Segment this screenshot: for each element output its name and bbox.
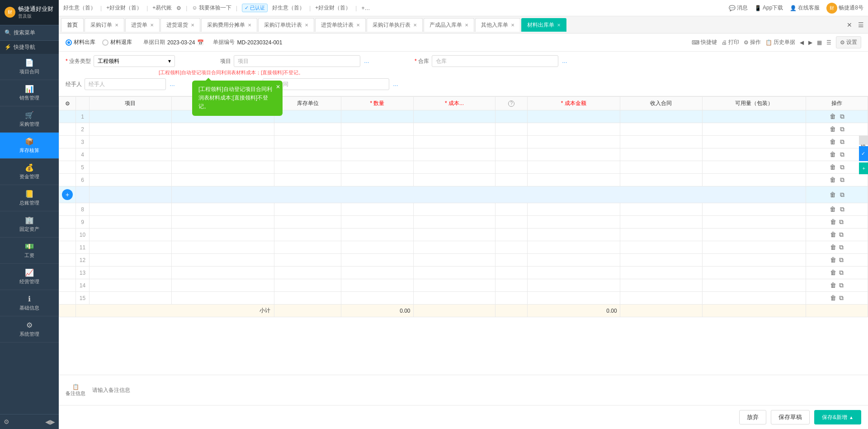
row-3-available[interactable] xyxy=(702,136,806,148)
tab-receive-stats[interactable]: 进货单统计表 ✕ xyxy=(315,18,366,32)
row-12-qty[interactable] xyxy=(341,254,413,267)
row-11-copy-btn[interactable]: ⧉ xyxy=(838,243,845,251)
row-2-copy-btn[interactable]: ⧉ xyxy=(839,125,846,133)
row-10-material[interactable] xyxy=(171,229,274,241)
row-2-cost[interactable] xyxy=(413,123,495,136)
row-5-qty[interactable] xyxy=(341,161,413,174)
row-15-delete-btn[interactable]: 🗑 xyxy=(829,294,838,301)
row-1-contract[interactable] xyxy=(620,110,702,123)
row-12-cost[interactable] xyxy=(413,254,495,267)
row-14-cost[interactable] xyxy=(413,279,495,292)
row-14-available[interactable] xyxy=(702,279,806,292)
row-3-qty[interactable] xyxy=(341,136,413,148)
history-button[interactable]: 📋 历史单据 xyxy=(765,38,795,46)
tab-purchase-expense-close[interactable]: ✕ xyxy=(248,23,251,28)
row-4-unit[interactable] xyxy=(274,148,341,161)
row-10-amount[interactable] xyxy=(528,229,620,241)
row-10-copy-btn[interactable]: ⧉ xyxy=(838,231,845,238)
nav-next-icon[interactable]: ▶ xyxy=(808,39,812,46)
row-9-amount[interactable] xyxy=(528,216,620,229)
row-13-unit[interactable] xyxy=(274,267,341,279)
row-2-material[interactable] xyxy=(171,123,274,136)
row-1-cost[interactable] xyxy=(413,110,495,123)
row-8-delete-btn[interactable]: 🗑 xyxy=(828,205,837,213)
tab-receive-return-close[interactable]: ✕ xyxy=(191,23,194,28)
row-8-material[interactable] xyxy=(171,203,274,216)
row-9-project[interactable] xyxy=(90,216,172,229)
message-button[interactable]: 💬 消息 xyxy=(729,4,748,12)
row-6-project[interactable] xyxy=(90,174,172,186)
settings-icon[interactable]: ⚙ xyxy=(4,418,9,425)
row-10-qty[interactable] xyxy=(341,229,413,241)
row-5-available[interactable] xyxy=(702,161,806,174)
tab-purchase-exec-close[interactable]: ✕ xyxy=(413,23,417,28)
view-card[interactable]: ▦ xyxy=(817,39,822,46)
row-15-material[interactable] xyxy=(171,292,274,305)
row-2-available[interactable] xyxy=(702,123,806,136)
nav-good-business2[interactable]: 好生意（首） xyxy=(272,4,305,12)
nav-settings-icon[interactable]: ⚙ xyxy=(176,5,181,11)
row-5-material[interactable] xyxy=(171,161,274,174)
calendar-icon[interactable]: 📅 xyxy=(197,39,204,46)
row-9-material[interactable] xyxy=(171,216,274,229)
row-9-copy-btn[interactable]: ⧉ xyxy=(838,218,845,225)
row-6-amount[interactable] xyxy=(528,174,620,186)
nav-more[interactable]: +… xyxy=(361,5,370,11)
nav-good-finance2[interactable]: +好业财（首） xyxy=(315,4,351,12)
add-row-empty2[interactable] xyxy=(90,186,172,203)
tab-material-out-close[interactable]: ✕ xyxy=(557,23,561,28)
row-11-cost[interactable] xyxy=(413,241,495,254)
row-14-material[interactable] xyxy=(171,279,274,292)
app-download-button[interactable]: 📱 App下载 xyxy=(755,4,783,12)
row-2-delete-btn[interactable]: 🗑 xyxy=(828,125,837,133)
handler-dots[interactable]: … xyxy=(170,81,175,87)
row-10-project[interactable] xyxy=(90,229,172,241)
row-11-available[interactable] xyxy=(702,241,806,254)
info-icon-header[interactable]: ? xyxy=(495,97,528,110)
sidebar-item-ledger[interactable]: 📒 总账管理 xyxy=(0,185,59,211)
row-1-unit[interactable] xyxy=(274,110,341,123)
add-row-delete[interactable]: 🗑 xyxy=(828,191,837,198)
tab-purchase-exec[interactable]: 采购订单执行表 ✕ xyxy=(367,18,423,32)
row-14-unit[interactable] xyxy=(274,279,341,292)
tab-purchase-order[interactable]: 采购订单 ✕ xyxy=(85,18,124,32)
row-3-cost[interactable] xyxy=(413,136,495,148)
row-8-cost[interactable] xyxy=(413,203,495,216)
row-15-amount[interactable] xyxy=(528,292,620,305)
row-4-qty[interactable] xyxy=(341,148,413,161)
online-service-button[interactable]: 👤 在线客服 xyxy=(790,4,820,12)
sidebar-item-basic[interactable]: ℹ 基础信息 xyxy=(0,290,59,316)
row-3-material[interactable] xyxy=(171,136,274,148)
row-5-cost[interactable] xyxy=(413,161,495,174)
operation-button[interactable]: ⚙ 操作 xyxy=(744,38,761,46)
tab-other-in-close[interactable]: ✕ xyxy=(511,23,514,28)
row-14-delete-btn[interactable]: 🗑 xyxy=(829,281,838,289)
row-13-qty[interactable] xyxy=(341,267,413,279)
row-4-contract[interactable] xyxy=(620,148,702,161)
sidebar-item-project[interactable]: 📄 项目合同 xyxy=(0,54,59,80)
row-6-delete-btn[interactable]: 🗑 xyxy=(828,176,837,183)
tooltip-close[interactable]: ✕ xyxy=(276,83,280,91)
row-15-project[interactable] xyxy=(90,292,172,305)
row-4-project[interactable] xyxy=(90,148,172,161)
save-draft-button[interactable]: 保存草稿 xyxy=(771,410,810,424)
row-15-unit[interactable] xyxy=(274,292,341,305)
row-13-contract[interactable] xyxy=(620,267,702,279)
tab-product-in-close[interactable]: ✕ xyxy=(465,23,468,28)
add-row-button[interactable]: + xyxy=(62,189,73,200)
nav-experience[interactable]: ☺ 我要体验一下 xyxy=(192,4,231,12)
handler-input[interactable]: 经手人 xyxy=(85,78,166,90)
row-4-delete-btn[interactable]: 🗑 xyxy=(828,151,837,158)
tab-receive-close[interactable]: ✕ xyxy=(150,23,154,28)
row-6-qty[interactable] xyxy=(341,174,413,186)
float-green-btn[interactable]: + xyxy=(859,162,868,174)
row-4-copy-btn[interactable]: ⧉ xyxy=(839,151,846,158)
row-13-delete-btn[interactable]: 🗑 xyxy=(829,269,838,276)
row-15-copy-btn[interactable]: ⧉ xyxy=(838,294,845,301)
col-settings-button[interactable]: ⚙ 设置 xyxy=(836,36,861,48)
tab-receive-return[interactable]: 进货退货 ✕ xyxy=(160,18,200,32)
row-13-material[interactable] xyxy=(171,267,274,279)
row-5-delete-btn[interactable]: 🗑 xyxy=(828,163,837,171)
sidebar-search[interactable]: 🔍 搜索菜单 xyxy=(0,25,59,41)
row-15-qty[interactable] xyxy=(341,292,413,305)
